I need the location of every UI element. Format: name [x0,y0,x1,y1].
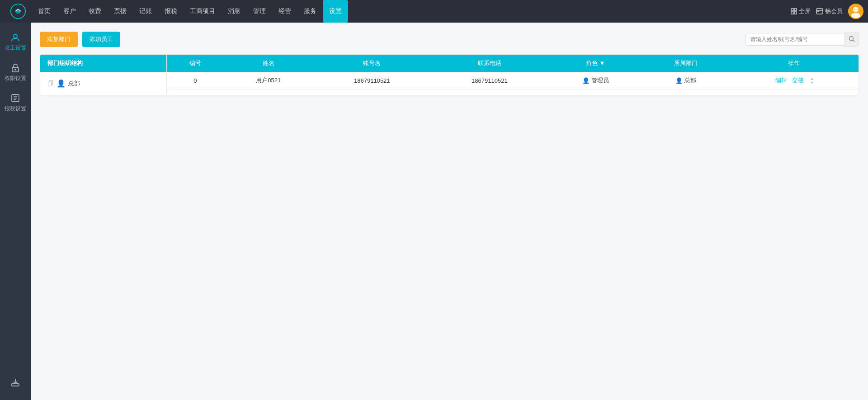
fullscreen-label: 全屏 [799,7,811,15]
export-icon [10,377,20,387]
svg-point-13 [14,34,17,38]
dept-name: 总部 [68,80,80,88]
svg-line-23 [853,40,855,42]
sidebar-employee-label: 员工设置 [5,44,26,52]
logo-icon [10,3,26,19]
permission-icon [10,63,20,73]
nav-invoice[interactable]: 票据 [108,0,133,23]
cell-ops: 编辑 交接 ▲ ▼ [729,72,859,89]
col-dept: 所属部门 [642,55,729,72]
member-icon [816,8,823,14]
dept-item-root[interactable]: 🗍 👤 总部 [40,75,166,91]
col-id: 编号 [167,55,224,72]
avatar-icon [848,4,863,19]
dept-file-icon: 🗍 [47,80,54,87]
logo [5,3,32,19]
nav-account[interactable]: 记账 [133,0,158,23]
nav-service[interactable]: 服务 [297,0,323,23]
nav-home[interactable]: 首页 [32,0,57,23]
col-name: 姓名 [224,55,313,72]
dept-panel-header: 部门组织结构 [40,55,166,72]
svg-rect-4 [794,12,797,14]
edit-link[interactable]: 编辑 [775,77,787,84]
cell-role: 👤 管理员 [548,72,642,89]
fullscreen-icon [791,8,797,14]
col-role[interactable]: 角色 ▼ [548,55,642,72]
svg-rect-2 [794,9,797,11]
member-button[interactable]: 畅会员 [816,7,843,15]
nav-tax[interactable]: 报税 [158,0,184,23]
table-body: 0 用户0521 18679110521 18679110521 👤 管理员 [167,72,859,89]
table-header: 编号 姓名 账号名 联系电话 角色 ▼ 所属部门 操作 [167,55,859,72]
nav-settings[interactable]: 设置 [323,0,348,23]
nav-items: 首页 客户 收费 票据 记账 报税 工商项目 消息 管理 经营 服务 设置 [32,0,791,23]
nav-fee[interactable]: 收费 [82,0,108,23]
row-scroll-arrows: ▲ ▼ [810,77,814,85]
nav-customer[interactable]: 客户 [57,0,82,23]
member-label: 畅会员 [825,7,843,15]
sidebar-item-export[interactable] [10,372,20,393]
col-account: 账号名 [313,55,431,72]
col-ops: 操作 [729,55,859,72]
sidebar-item-employee[interactable]: 员工设置 [0,27,31,57]
svg-point-10 [851,13,860,18]
tax-settings-icon [10,93,20,103]
svg-rect-7 [817,11,819,12]
svg-rect-3 [791,12,793,14]
nav-bizproject[interactable]: 工商项目 [184,0,222,23]
dept-tree: 🗍 👤 总部 [40,72,166,95]
sidebar-bottom [10,372,20,400]
search-icon [849,36,855,42]
svg-rect-5 [816,9,823,14]
employee-table: 编号 姓名 账号名 联系电话 角色 ▼ 所属部门 操作 0 用户0521 186… [167,55,859,90]
role-name: 管理员 [591,76,609,85]
role-user-icon: 👤 [582,77,590,84]
sidebar-item-tax[interactable]: 报税设置 [0,88,31,118]
cell-id: 0 [167,72,224,89]
toolbar: 添加部门 添加员工 [40,32,859,47]
svg-point-11 [854,9,855,10]
col-phone: 联系电话 [431,55,548,72]
top-nav: 首页 客户 收费 票据 记账 报税 工商项目 消息 管理 经营 服务 设置 全屏 [0,0,868,23]
cell-dept: 👤 总部 [642,72,729,89]
table-row: 0 用户0521 18679110521 18679110521 👤 管理员 [167,72,859,89]
cell-phone: 18679110521 [431,72,548,89]
sidebar: 员工设置 权限设置 报税设置 [0,23,31,400]
sidebar-tax-label: 报税设置 [5,105,26,113]
search-input[interactable] [745,33,845,46]
employee-table-panel: 编号 姓名 账号名 联系电话 角色 ▼ 所属部门 操作 0 用户0521 186… [167,55,859,95]
search-button[interactable] [845,33,859,47]
nav-manage[interactable]: 管理 [247,0,272,23]
nav-operation[interactable]: 经营 [272,0,297,23]
svg-point-15 [14,69,16,71]
main-content: 添加部门 添加员工 部门组织结构 🗍 👤 总部 [31,23,868,400]
dept-user-icon: 👤 [57,79,66,88]
dept-row-user-icon: 👤 [675,77,683,84]
nav-message[interactable]: 消息 [222,0,247,23]
content-area: 部门组织结构 🗍 👤 总部 编号 姓名 账号名 联系电话 角色 ▼ [40,54,859,95]
employee-icon [10,33,20,42]
nav-right: 全屏 畅会员 [791,4,863,19]
search-box [745,33,859,47]
svg-point-12 [857,9,858,10]
dept-panel: 部门组织结构 🗍 👤 总部 [40,55,167,95]
dept-value: 总部 [684,76,696,85]
scroll-down-arrow[interactable]: ▼ [810,81,814,85]
sidebar-item-permission[interactable]: 权限设置 [0,57,31,88]
svg-point-22 [849,36,854,40]
cell-name: 用户0521 [224,72,313,89]
transfer-link[interactable]: 交接 [792,77,804,84]
add-dept-button[interactable]: 添加部门 [40,32,78,47]
sidebar-permission-label: 权限设置 [5,75,26,82]
fullscreen-button[interactable]: 全屏 [791,7,811,15]
user-avatar[interactable] [848,4,863,19]
add-employee-button[interactable]: 添加员工 [82,32,120,47]
cell-account: 18679110521 [313,72,431,89]
svg-rect-1 [791,9,793,11]
